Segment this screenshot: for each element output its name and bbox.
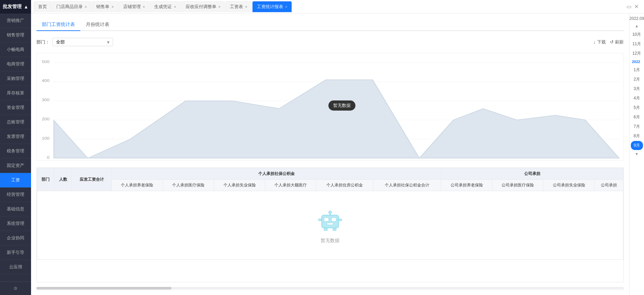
action-icon-下载: ↓ [594,39,596,45]
date-month-12月[interactable]: 12月 [631,49,643,58]
sidebar-item-资金管理[interactable]: 资金管理 [0,100,31,115]
date-month-5月[interactable]: 5月 [631,103,643,112]
col-total-wage: 应发工资合计 [72,168,111,191]
close-button[interactable]: ✕ [634,3,639,10]
sidebar-title: 批发管理 [3,4,22,10]
scroll-thumb[interactable] [36,287,171,290]
sidebar-item-发票管理[interactable]: 发票管理 [0,129,31,144]
date-month-9月[interactable]: 9月 [631,141,643,150]
sidebar-footer[interactable]: ⚙ [0,282,31,295]
col-p-medical: 个人承担医疗保险 [163,180,214,191]
tab-应收应付调整单[interactable]: 应收应付调整单× [181,1,225,12]
svg-rect-22 [333,228,336,231]
table-container[interactable]: 部门 人数 应发工资合计 个人承担社保公积金 公司承担 个人承担养老保险 个人承… [36,168,624,282]
sidebar-item-新手引导[interactable]: 新手引导 [0,245,31,260]
tab-close-工资统计报表[interactable]: × [285,5,287,9]
empty-state-icon [317,207,344,234]
svg-text:0: 0 [47,155,50,159]
date-month-4月[interactable]: 4月 [631,94,643,103]
svg-text:100: 100 [42,137,50,141]
sidebar-item-系统管理[interactable]: 系统管理 [0,216,31,231]
svg-text:500: 500 [42,60,50,64]
col-group-personal: 个人承担社保公积金 [112,168,441,180]
date-nav-up[interactable]: ▲ [632,22,642,30]
col-c-other: 公司承担 [595,180,623,191]
tab-生成凭证[interactable]: 生成凭证× [150,1,180,12]
horizontal-scrollbar[interactable] [36,287,624,290]
sidebar-item-企业协同[interactable]: 企业协同 [0,231,31,245]
sidebar-header[interactable]: 批发管理 ▲ [0,0,31,13]
content-area: 部门工资统计表月份统计表 部门： 全部 ▼ ↓下载↺刷新 [31,13,644,295]
col-group-company: 公司承担 [441,168,623,180]
date-month-10月[interactable]: 10月 [631,30,643,39]
tab-销售单[interactable]: 销售单× [92,1,118,12]
svg-rect-21 [324,228,327,231]
col-p-major-medical: 个人承担大额医疗 [265,180,316,191]
sidebar-item-营销推广[interactable]: 营销推广 [0,13,31,28]
empty-state-label: 暂无数据 [321,238,340,244]
sidebar-item-经营管理[interactable]: 经营管理 [0,187,31,202]
sidebar-item-工资[interactable]: 工资 [0,173,31,187]
date-month-1月[interactable]: 1月 [631,65,643,75]
date-month-6月[interactable]: 6月 [631,113,643,122]
sidebar-item-采购管理[interactable]: 采购管理 [0,71,31,86]
sidebar-item-总账管理[interactable]: 总账管理 [0,115,31,129]
date-panel-current: 2022.09 [629,15,644,22]
date-months-list: 10月11月12月20221月2月3月4月5月6月7月8月9月 [630,30,644,150]
tab-close-应收应付调整单[interactable]: × [218,5,220,9]
svg-rect-16 [327,223,333,225]
sub-tab-部门工资统计表[interactable]: 部门工资统计表 [36,19,80,31]
sidebar-item-税务管理[interactable]: 税务管理 [0,144,31,158]
action-btn-刷新[interactable]: ↺刷新 [610,39,624,45]
empty-row: 暂无数据 [37,191,623,260]
tab-close-生成凭证[interactable]: × [174,5,176,9]
chart-container: 0 100 200 300 400 500 暂无数据 [36,53,624,161]
date-month-3月[interactable]: 3月 [631,84,643,93]
col-c-medical: 公司承担医疗保险 [492,180,543,191]
sidebar-item-库存核算[interactable]: 库存核算 [0,86,31,100]
svg-marker-12 [54,80,619,158]
window-controls: ▭ ✕ [624,3,641,10]
date-nav-down[interactable]: ▼ [632,150,642,158]
restore-button[interactable]: ▭ [626,3,632,10]
tab-工资表[interactable]: 工资表× [225,1,251,12]
sub-tab-bar: 部门工资统计表月份统计表 [36,19,624,31]
date-month-2月[interactable]: 2月 [631,75,643,84]
tab-首页[interactable]: 首页 [34,1,51,12]
sidebar-item-销售管理[interactable]: 销售管理 [0,28,31,42]
dept-select-wrapper: 全部 ▼ [52,38,113,46]
sidebar-item-电商管理[interactable]: 电商管理 [0,57,31,71]
tab-店铺管理[interactable]: 店铺管理× [119,1,149,12]
sub-tab-月份统计表[interactable]: 月份统计表 [80,19,115,31]
tab-close-工资表[interactable]: × [245,5,247,9]
date-month-11月[interactable]: 11月 [631,39,643,49]
tab-close-店铺管理[interactable]: × [143,5,145,9]
svg-rect-20 [339,219,342,221]
dept-filter: 部门： 全部 ▼ [36,38,113,46]
svg-rect-15 [331,217,336,222]
svg-rect-19 [318,219,322,221]
col-dept: 部门 [37,168,54,191]
tab-工资统计报表[interactable]: 工资统计报表× [252,1,292,12]
date-panel: 2022.09 ▲ 10月11月12月20221月2月3月4月5月6月7月8月9… [629,13,644,295]
tab-close-销售单[interactable]: × [111,5,113,9]
tab-items-container: 首页门店商品目录×销售单×店铺管理×生成凭证×应收应付调整单×工资表×工资统计报… [34,1,623,12]
sidebar-item-基础信息[interactable]: 基础信息 [0,202,31,216]
svg-text:300: 300 [42,98,50,102]
tab-bar: 首页门店商品目录×销售单×店铺管理×生成凭证×应收应付调整单×工资表×工资统计报… [31,0,644,13]
svg-rect-14 [324,217,329,222]
date-year-2022[interactable]: 2022 [630,58,642,65]
page-content: 部门工资统计表月份统计表 部门： 全部 ▼ ↓下载↺刷新 [31,13,629,295]
empty-state: 暂无数据 [39,193,621,257]
action-btn-下载[interactable]: ↓下载 [594,39,606,45]
dept-select[interactable]: 全部 [52,38,113,46]
date-month-7月[interactable]: 7月 [631,122,643,131]
date-month-8月[interactable]: 8月 [631,131,643,141]
col-people: 人数 [54,168,72,191]
sidebar-item-小畅电商[interactable]: 小畅电商 [0,42,31,57]
settings-icon[interactable]: ⚙ [14,286,18,291]
sidebar-item-固定资产[interactable]: 固定资产 [0,158,31,173]
tab-门店商品目录[interactable]: 门店商品目录× [52,1,91,12]
tab-close-门店商品目录[interactable]: × [85,5,87,9]
sidebar-item-云应用[interactable]: 云应用 [0,260,31,274]
